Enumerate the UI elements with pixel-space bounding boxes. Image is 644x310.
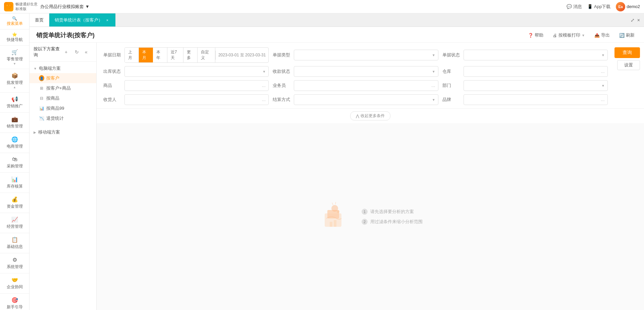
date-range-text: 2023-03-01 至 2023-03-31: [215, 51, 268, 60]
mobile-scheme-group: ▶ 移动端方案: [30, 125, 96, 139]
scheme-item-by-goods-99[interactable]: 📊 按商品99: [30, 103, 96, 113]
maximize-icon[interactable]: ⤢: [631, 17, 635, 23]
basic-icon: 📋: [11, 237, 18, 243]
ecommerce-icon: 🌐: [11, 136, 18, 143]
payment-control[interactable]: ▼: [294, 94, 438, 105]
tab-home[interactable]: 首页: [30, 13, 49, 27]
desktop-scheme-group: ▼ 电脑端方案 👤 按客户 ⊞ 按客户+商品: [30, 62, 96, 125]
sidebar-item-newbie[interactable]: 🎯 新手引导: [0, 294, 29, 310]
date-label: 单据日期: [103, 52, 122, 58]
scheme-add-button[interactable]: +: [65, 48, 72, 56]
message-button[interactable]: 💬 消息: [567, 4, 582, 10]
header-right: 💬 消息 📱 App下载 Ea demo2: [567, 2, 640, 11]
tab-close-icon[interactable]: ×: [105, 17, 110, 23]
salesperson-control[interactable]: …: [294, 80, 438, 91]
collapse-more-button[interactable]: ⋀ 收起更多条件: [350, 111, 390, 120]
warehouse-control[interactable]: …: [464, 66, 608, 77]
filter-brand: 品牌 …: [442, 94, 608, 105]
sidebar-item-ecommerce[interactable]: 🌐 电商管理: [0, 133, 29, 153]
department-control[interactable]: ▼: [464, 80, 608, 91]
desktop-arrow-icon: ▼: [34, 67, 37, 70]
home-tab-label: 首页: [35, 17, 44, 23]
template-print-button[interactable]: 🖨 按模板打印 ▼: [550, 31, 588, 40]
query-button[interactable]: 查询: [614, 47, 640, 58]
logo-area: 🧡 畅捷通好生意 标准版: [4, 2, 38, 11]
consignee-control[interactable]: …: [124, 94, 269, 105]
content-body: 按以下方案查询 + ↻ « ▼ 电: [30, 43, 644, 310]
sidebar-item-basic[interactable]: 📋 基础信息: [0, 233, 29, 253]
page-title: 销货单统计表(按客户): [36, 31, 95, 39]
nav-label[interactable]: 办公用品行业模拟账套 ▼: [40, 4, 90, 10]
scheme-item-return-stats[interactable]: 📉 退货统计: [30, 113, 96, 123]
scheme-item-by-goods[interactable]: ⊟ 按商品: [30, 93, 96, 103]
consignee-label: 收货人: [103, 97, 122, 103]
scheme-item-by-customer-goods[interactable]: ⊞ 按客户+商品: [30, 83, 96, 93]
department-label: 部门: [442, 83, 461, 89]
wholesale-arrow: ▲: [13, 86, 16, 89]
sidebar-item-retail[interactable]: 🛒 零售管理 ▼: [0, 46, 29, 69]
tab-sales-stats[interactable]: 销货单统计表（按客户） ×: [49, 13, 116, 27]
doc-status-control[interactable]: ▼: [464, 50, 608, 60]
doc-type-control[interactable]: ▼: [294, 50, 438, 60]
help-button[interactable]: ❓ 帮助: [525, 31, 546, 40]
goods-icon: ⊟: [39, 96, 44, 101]
sidebar-search[interactable]: 🔍 搜索菜单: [0, 13, 29, 30]
header-left: 🧡 畅捷通好生意 标准版 办公用品行业模拟账套 ▼: [4, 2, 90, 11]
refresh-button[interactable]: 🔄 刷新: [616, 31, 637, 40]
purchase-icon: 🛍: [12, 156, 17, 162]
out-status-control[interactable]: ▼: [124, 66, 269, 77]
receive-status-arrow-icon: ▼: [432, 70, 435, 73]
salesperson-label: 业务员: [273, 83, 291, 89]
sidebar-item-system[interactable]: ⚙ 系统管理: [0, 253, 29, 273]
date-tab-thismonth[interactable]: 本月: [139, 48, 153, 62]
brand-control[interactable]: …: [464, 94, 608, 105]
print-arrow-icon: ▼: [582, 34, 585, 37]
sidebar-item-enterprise[interactable]: 🤝 企业协同: [0, 273, 29, 294]
return-icon: 📉: [39, 116, 44, 121]
logo-icon: 🧡: [4, 2, 13, 11]
operation-icon: 📈: [11, 216, 18, 223]
date-tab-lastmonth[interactable]: 上月: [125, 48, 139, 62]
filter-warehouse: 仓库 …: [442, 66, 608, 77]
scheme-refresh-button[interactable]: ↻: [75, 48, 82, 56]
page-header: 销货单统计表(按客户) ❓ 帮助 🖨 按模板打印 ▼ 📤 导出: [30, 27, 644, 43]
empty-tip-2: 2 用过滤条件来缩小分析范围: [362, 219, 423, 225]
sidebar-item-marketing[interactable]: 📢 营销推广: [0, 93, 29, 113]
retail-icon: 🛒: [11, 49, 18, 55]
warehouse-label: 仓库: [442, 68, 461, 74]
filter-doc-status: 单据状态 ▼: [442, 47, 608, 63]
goods-control[interactable]: …: [124, 80, 269, 91]
receive-status-control[interactable]: ▼: [294, 66, 438, 77]
filter-department: 部门 ▼: [442, 80, 608, 91]
sidebar-item-wholesale[interactable]: 📦 批发管理 ▲: [0, 69, 29, 93]
payment-label: 结算方式: [273, 97, 291, 103]
sidebar-item-operation[interactable]: 📈 经营管理: [0, 213, 29, 233]
user-profile[interactable]: Ea demo2: [616, 2, 640, 11]
receive-status-label: 收款状态: [273, 68, 291, 74]
main-layout: 🔍 搜索菜单 ⭐ 快捷导航 🛒 零售管理 ▼ 📦 批发管理 ▲ 📢 营销推广 💼…: [0, 13, 644, 310]
export-button[interactable]: 📤 导出: [592, 31, 612, 40]
sidebar-item-finance[interactable]: 💰 资金管理: [0, 193, 29, 213]
empty-state: 1 请先选择要分析的方案 2 用过滤条件来缩小分析范围: [97, 123, 644, 310]
desktop-group-header[interactable]: ▼ 电脑端方案: [30, 64, 96, 73]
mobile-group-header[interactable]: ▶ 移动端方案: [30, 127, 96, 137]
scheme-collapse-button[interactable]: «: [85, 48, 92, 56]
settings-button[interactable]: 设置: [617, 60, 640, 70]
filter-consignee: 收货人 …: [103, 94, 269, 105]
top-header: 🧡 畅捷通好生意 标准版 办公用品行业模拟账套 ▼ 💬 消息 📱 App下载 E…: [0, 0, 644, 13]
finance-icon: 💰: [11, 196, 18, 203]
date-tab-custom[interactable]: 自定义: [198, 48, 215, 62]
sidebar-item-purchase[interactable]: 🛍 采购管理: [0, 153, 29, 173]
sidebar-quicknav[interactable]: ⭐ 快捷导航: [0, 30, 29, 46]
sidebar-item-inventory[interactable]: 📊 库存核算: [0, 173, 29, 193]
doc-status-label: 单据状态: [442, 52, 461, 58]
sidebar-item-sales[interactable]: 💼 销售管理: [0, 113, 29, 133]
close-window-icon[interactable]: ×: [637, 17, 640, 23]
app-download-button[interactable]: 📱 App下载: [587, 4, 610, 10]
filter-row-1: 单据日期 上月 本月 本年 近7天 更多 自定义: [103, 47, 608, 63]
date-tab-more[interactable]: 更多: [183, 48, 198, 62]
scheme-header-label: 按以下方案查询: [34, 46, 62, 58]
date-tab-thisyear[interactable]: 本年: [153, 48, 167, 62]
date-tab-7days[interactable]: 近7天: [167, 48, 183, 62]
scheme-item-by-customer[interactable]: 👤 按客户: [30, 73, 96, 83]
